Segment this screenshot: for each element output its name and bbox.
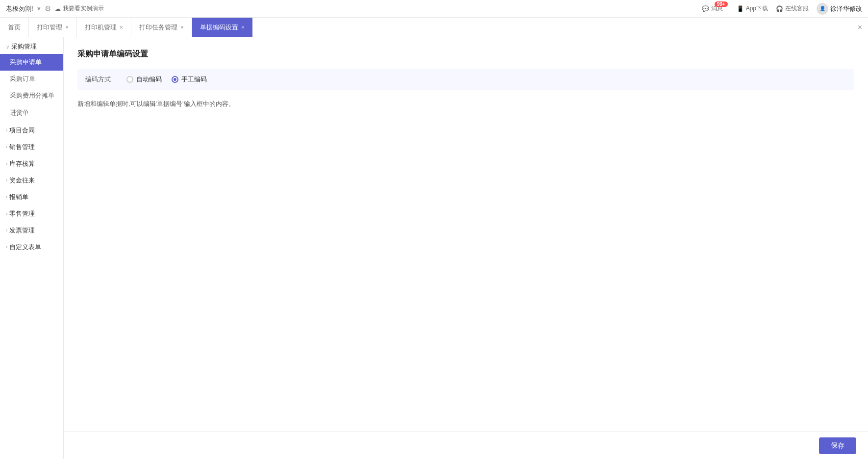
sidebar: ∨ 采购管理 采购申请单 采购订单 采购费用分摊单 进货单 › 项目合同: [0, 37, 64, 459]
tab-printer-management-label: 打印机管理: [85, 23, 117, 32]
tab-bar-close-all[interactable]: ×: [852, 23, 868, 32]
sidebar-group-sales: › 销售管理: [0, 138, 63, 154]
sidebar-group-retail-title[interactable]: › 零售管理: [0, 204, 63, 221]
sidebar-group-invoice-title[interactable]: › 发票管理: [0, 221, 63, 238]
sidebar-group-contract-label: 项目合同: [9, 126, 35, 135]
sidebar-group-reimbursement-title[interactable]: › 报销单: [0, 188, 63, 204]
sidebar-group-reimbursement: › 报销单: [0, 188, 63, 204]
sidebar-group-retail: › 零售管理: [0, 204, 63, 221]
sidebar-group-reimbursement-label: 报销单: [9, 193, 28, 202]
radio-auto-label: 自动编码: [136, 75, 162, 84]
sidebar-group-invoice-label: 发票管理: [9, 226, 35, 235]
tab-print-management-label: 打印管理: [37, 23, 62, 32]
save-button[interactable]: 保存: [819, 437, 856, 454]
sidebar-item-purchase-request-label: 采购申请单: [10, 58, 42, 66]
service-label: 在线客服: [785, 4, 809, 13]
content-area: 采购申请单编码设置 编码方式 自动编码 手工编码 新增和编辑单据时,可以编辑'单…: [64, 37, 868, 459]
sidebar-group-custom-form-label: 自定义表单: [9, 243, 41, 252]
sidebar-group-custom-form-title[interactable]: › 自定义表单: [0, 238, 63, 255]
radio-manual-label: 手工编码: [181, 75, 207, 84]
sidebar-group-inventory: › 库存核算: [0, 154, 63, 171]
tab-print-task-close[interactable]: ×: [180, 24, 184, 31]
page-title: 采购申请单编码设置: [77, 49, 854, 59]
sidebar-item-purchase-request[interactable]: 采购申请单: [0, 54, 63, 71]
cloud-text: 我要看实例演示: [63, 4, 104, 13]
settings-icon[interactable]: ⚙: [45, 4, 51, 13]
sidebar-group-purchase: ∨ 采购管理 采购申请单 采购订单 采购费用分摊单 进货单: [0, 37, 63, 121]
top-bar-left: 老板勿割! ▾ ⚙ ☁ 我要看实例演示: [6, 4, 104, 13]
content-body: 采购申请单编码设置 编码方式 自动编码 手工编码 新增和编辑单据时,可以编辑'单…: [64, 37, 868, 432]
radio-manual-circle: [172, 76, 178, 83]
dropdown-icon[interactable]: ▾: [37, 5, 41, 12]
sidebar-group-invoice-arrow: ›: [6, 228, 7, 233]
tab-print-task-label: 打印任务管理: [139, 23, 177, 32]
sidebar-group-custom-form: › 自定义表单: [0, 238, 63, 255]
radio-auto-code[interactable]: 自动编码: [126, 75, 162, 84]
cloud-icon: ☁: [55, 5, 61, 12]
sidebar-group-funds: › 资金往来: [0, 171, 63, 188]
service-icon: 🎧: [776, 5, 783, 12]
sidebar-item-purchase-order-label: 采购订单: [10, 75, 35, 82]
tab-code-setting[interactable]: 单据编码设置 ×: [192, 18, 253, 37]
online-service-button[interactable]: 🎧 在线客服: [776, 4, 809, 13]
sidebar-group-inventory-label: 库存核算: [9, 159, 35, 168]
tab-print-management[interactable]: 打印管理 ×: [29, 18, 77, 37]
cloud-demo[interactable]: ☁ 我要看实例演示: [55, 4, 104, 13]
radio-group: 自动编码 手工编码: [126, 75, 207, 84]
top-bar: 老板勿割! ▾ ⚙ ☁ 我要看实例演示 💬 消息 99+ 📱 App下载 🎧 在…: [0, 0, 868, 18]
tab-print-management-close[interactable]: ×: [65, 24, 69, 31]
sidebar-item-purchase-order[interactable]: 采购订单: [0, 71, 63, 87]
avatar: 👤: [817, 3, 828, 15]
coding-mode-section: 编码方式 自动编码 手工编码: [77, 69, 854, 90]
sidebar-group-purchase-title[interactable]: ∨ 采购管理: [0, 37, 63, 54]
hint-text: 新增和编辑单据时,可以编辑'单据编号'输入框中的内容。: [77, 100, 854, 108]
message-button[interactable]: 💬 消息 99+: [702, 4, 723, 13]
sidebar-group-contract: › 项目合同: [0, 121, 63, 138]
sidebar-group-custom-form-arrow: ›: [6, 244, 7, 250]
sidebar-group-reimbursement-arrow: ›: [6, 194, 7, 200]
sidebar-item-stock-in[interactable]: 进货单: [0, 104, 63, 121]
tab-code-setting-label: 单据编码设置: [200, 23, 238, 32]
sidebar-group-funds-arrow: ›: [6, 178, 7, 183]
sidebar-group-funds-label: 资金往来: [9, 176, 35, 185]
message-icon: 💬: [702, 5, 709, 12]
app-label: App下载: [746, 4, 768, 13]
main-layout: ∨ 采购管理 采购申请单 采购订单 采购费用分摊单 进货单 › 项目合同: [0, 37, 868, 459]
message-badge: 99+: [715, 1, 728, 7]
sidebar-group-retail-arrow: ›: [6, 211, 7, 216]
tab-code-setting-close[interactable]: ×: [241, 24, 245, 31]
radio-manual-code[interactable]: 手工编码: [172, 75, 207, 84]
sidebar-group-sales-label: 销售管理: [9, 143, 35, 152]
user-name: 徐泽华修改: [830, 4, 862, 13]
sidebar-group-inventory-arrow: ›: [6, 161, 7, 166]
top-bar-right: 💬 消息 99+ 📱 App下载 🎧 在线客服 👤 徐泽华修改: [702, 3, 862, 15]
tab-printer-management-close[interactable]: ×: [120, 24, 123, 31]
sidebar-group-funds-title[interactable]: › 资金往来: [0, 171, 63, 188]
sidebar-group-purchase-arrow: ∨: [6, 44, 9, 50]
brand-title: 老板勿割!: [6, 4, 33, 13]
tab-print-task[interactable]: 打印任务管理 ×: [131, 18, 192, 37]
radio-auto-circle: [126, 76, 133, 83]
sidebar-group-inventory-title[interactable]: › 库存核算: [0, 154, 63, 171]
tab-home[interactable]: 首页: [0, 18, 29, 37]
sidebar-item-purchase-expense-label: 采购费用分摊单: [10, 92, 54, 99]
coding-label: 编码方式: [85, 75, 111, 84]
sidebar-group-contract-title[interactable]: › 项目合同: [0, 121, 63, 138]
content-footer: 保存: [64, 432, 868, 459]
sidebar-group-contract-arrow: ›: [6, 128, 7, 133]
app-icon: 📱: [737, 5, 744, 12]
app-download-button[interactable]: 📱 App下载: [737, 4, 768, 13]
user-info[interactable]: 👤 徐泽华修改: [817, 3, 862, 15]
sidebar-item-stock-in-label: 进货单: [10, 109, 29, 116]
sidebar-item-purchase-expense[interactable]: 采购费用分摊单: [0, 87, 63, 104]
sidebar-group-sales-title[interactable]: › 销售管理: [0, 138, 63, 154]
tab-bar: 首页 打印管理 × 打印机管理 × 打印任务管理 × 单据编码设置 × ×: [0, 18, 868, 37]
tab-home-label: 首页: [8, 23, 21, 32]
sidebar-group-retail-label: 零售管理: [9, 209, 35, 218]
sidebar-group-invoice: › 发票管理: [0, 221, 63, 238]
tab-printer-management[interactable]: 打印机管理 ×: [77, 18, 131, 37]
sidebar-group-sales-arrow: ›: [6, 144, 7, 150]
sidebar-group-purchase-label: 采购管理: [11, 42, 37, 51]
